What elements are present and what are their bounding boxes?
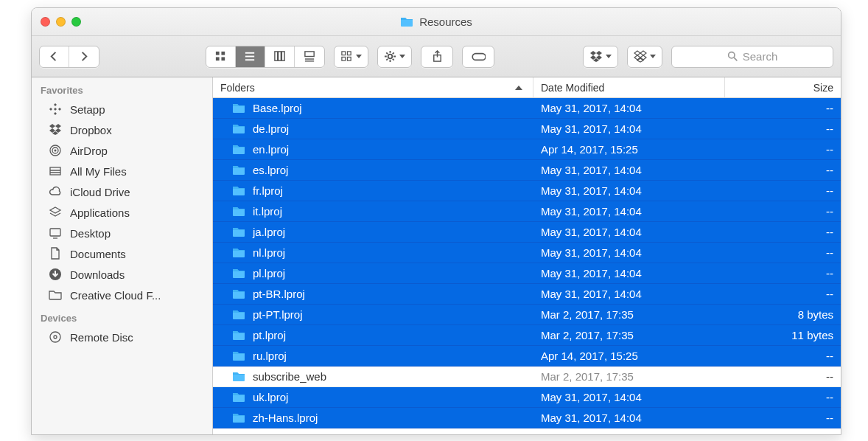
column-headers: Folders Date Modified Size bbox=[213, 77, 841, 98]
nav-group bbox=[39, 46, 99, 68]
sidebar-item[interactable]: Setapp bbox=[32, 99, 212, 119]
folder-sel-icon bbox=[232, 226, 245, 239]
apps-icon bbox=[48, 206, 63, 219]
folder-icon bbox=[400, 15, 413, 29]
cell-date: May 31, 2017, 14:04 bbox=[533, 284, 725, 304]
table-row[interactable]: de.lprojMay 31, 2017, 14:04-- bbox=[213, 119, 841, 139]
sidebar-item[interactable]: Creative Cloud F... bbox=[32, 285, 212, 305]
gear-icon bbox=[384, 50, 396, 63]
column-view-button[interactable] bbox=[265, 46, 295, 67]
table-row[interactable]: subscribe_webMar 2, 2017, 17:35-- bbox=[213, 367, 841, 387]
cell-size: -- bbox=[725, 243, 841, 263]
sidebar-item[interactable]: All My Files bbox=[32, 161, 212, 181]
column-header-name-label: Folders bbox=[220, 82, 255, 94]
sidebar-item[interactable]: Dropbox bbox=[32, 119, 212, 140]
file-list: Folders Date Modified Size Base.lprojMay… bbox=[213, 77, 841, 434]
sidebar-item-label: Documents bbox=[70, 248, 126, 260]
file-name: en.lproj bbox=[253, 143, 289, 156]
sidebar-item-label: Downloads bbox=[70, 268, 125, 281]
sidebar-item[interactable]: Applications bbox=[32, 202, 212, 223]
column-header-name[interactable]: Folders bbox=[213, 77, 533, 97]
folder-sel-icon bbox=[232, 205, 245, 218]
file-name: de.lproj bbox=[253, 122, 289, 135]
tags-button[interactable] bbox=[462, 46, 494, 68]
sidebar-item[interactable]: Downloads bbox=[32, 264, 212, 285]
folder-sel-icon bbox=[232, 164, 245, 177]
table-row[interactable]: uk.lprojMay 31, 2017, 14:04-- bbox=[213, 387, 841, 408]
cell-size: -- bbox=[725, 201, 841, 221]
sidebar: FavoritesSetappDropboxAirDropAll My File… bbox=[32, 77, 213, 434]
folder-sel-icon bbox=[232, 329, 245, 342]
search-field[interactable]: Search bbox=[671, 46, 833, 68]
cell-name: Base.lproj bbox=[213, 98, 533, 118]
cell-date: May 31, 2017, 14:04 bbox=[533, 98, 725, 118]
dropbox-secondary-button[interactable] bbox=[627, 46, 662, 68]
setapp-icon bbox=[48, 103, 63, 116]
desktop-icon bbox=[48, 226, 63, 240]
sidebar-item[interactable]: Desktop bbox=[32, 223, 212, 243]
titlebar: Resources bbox=[32, 8, 841, 36]
sidebar-item[interactable]: Documents bbox=[32, 243, 212, 264]
back-button[interactable] bbox=[40, 46, 69, 67]
sidebar-item[interactable]: Remote Disc bbox=[32, 327, 212, 347]
cell-size: -- bbox=[725, 119, 841, 139]
cell-date: May 31, 2017, 14:04 bbox=[533, 222, 725, 242]
minimize-button[interactable] bbox=[56, 17, 66, 27]
cell-name: it.lproj bbox=[213, 201, 533, 221]
sidebar-item-label: Desktop bbox=[70, 227, 111, 240]
table-row[interactable]: en.lprojApr 14, 2017, 15:25-- bbox=[213, 139, 841, 160]
file-name: pl.lproj bbox=[253, 267, 285, 279]
coverflow-view-button[interactable] bbox=[295, 46, 324, 67]
file-name: it.lproj bbox=[253, 205, 282, 218]
sidebar-item-label: Dropbox bbox=[70, 124, 112, 136]
cell-date: May 31, 2017, 14:04 bbox=[533, 160, 725, 180]
table-row[interactable]: fr.lprojMay 31, 2017, 14:04-- bbox=[213, 181, 841, 201]
table-row[interactable]: Base.lprojMay 31, 2017, 14:04-- bbox=[213, 98, 841, 119]
column-header-date-label: Date Modified bbox=[541, 82, 604, 94]
table-row[interactable]: pt.lprojMar 2, 2017, 17:3511 bytes bbox=[213, 325, 841, 346]
dropbox-menu-button[interactable] bbox=[583, 46, 618, 68]
tag-icon bbox=[471, 52, 486, 62]
chevron-down-icon bbox=[650, 55, 656, 58]
folder-icon bbox=[48, 288, 63, 302]
table-row[interactable]: ja.lprojMay 31, 2017, 14:04-- bbox=[213, 222, 841, 243]
table-row[interactable]: pt-BR.lprojMay 31, 2017, 14:04-- bbox=[213, 284, 841, 305]
table-row[interactable]: zh-Hans.lprojMay 31, 2017, 14:04-- bbox=[213, 408, 841, 428]
maximize-button[interactable] bbox=[71, 17, 81, 27]
cell-size: -- bbox=[725, 181, 841, 201]
sidebar-item[interactable]: iCloud Drive bbox=[32, 181, 212, 202]
cell-name: zh-Hans.lproj bbox=[213, 408, 533, 428]
column-header-date[interactable]: Date Modified bbox=[533, 77, 725, 97]
cell-date: May 31, 2017, 14:04 bbox=[533, 408, 725, 428]
table-row[interactable]: es.lprojMay 31, 2017, 14:04-- bbox=[213, 160, 841, 181]
chevron-down-icon bbox=[606, 55, 612, 58]
dropbox-icon bbox=[589, 50, 603, 63]
cell-size: -- bbox=[725, 346, 841, 366]
table-row[interactable]: ru.lprojApr 14, 2017, 15:25-- bbox=[213, 346, 841, 367]
folder-sel-icon bbox=[232, 143, 245, 156]
action-button[interactable] bbox=[377, 46, 412, 68]
forward-button[interactable] bbox=[69, 46, 99, 67]
cell-name: de.lproj bbox=[213, 119, 533, 139]
cell-date: Mar 2, 2017, 17:35 bbox=[533, 367, 725, 386]
table-row[interactable]: pl.lprojMay 31, 2017, 14:04-- bbox=[213, 263, 841, 284]
file-name: es.lproj bbox=[253, 164, 288, 176]
close-button[interactable] bbox=[41, 17, 50, 27]
table-row[interactable]: pt-PT.lprojMar 2, 2017, 17:358 bytes bbox=[213, 305, 841, 325]
table-row[interactable]: nl.lprojMay 31, 2017, 14:04-- bbox=[213, 243, 841, 263]
arrange-button[interactable] bbox=[334, 46, 368, 68]
dropbox-icon bbox=[48, 123, 63, 136]
table-row[interactable]: it.lprojMay 31, 2017, 14:04-- bbox=[213, 201, 841, 222]
list-view-button[interactable] bbox=[236, 46, 265, 67]
folder-sel-icon bbox=[232, 391, 245, 404]
sidebar-item[interactable]: AirDrop bbox=[32, 140, 212, 161]
cell-name: pt-PT.lproj bbox=[213, 305, 533, 324]
sidebar-item-label: iCloud Drive bbox=[70, 186, 130, 198]
sidebar-item-label: Creative Cloud F... bbox=[70, 289, 161, 302]
window-title-text: Resources bbox=[419, 15, 472, 28]
cell-size: -- bbox=[725, 160, 841, 180]
share-button[interactable] bbox=[421, 46, 453, 68]
column-header-size[interactable]: Size bbox=[725, 77, 841, 97]
cell-name: en.lproj bbox=[213, 139, 533, 159]
icon-view-button[interactable] bbox=[206, 46, 236, 67]
